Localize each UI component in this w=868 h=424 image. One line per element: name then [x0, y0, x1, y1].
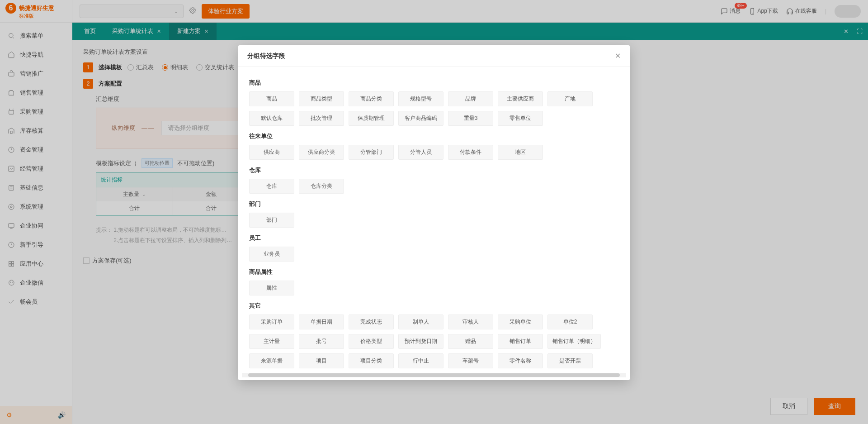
modal-body: 商品商品商品类型商品分类规格型号品牌主要供应商产地默认仓库批次管理保质期管理客户… [238, 67, 630, 371]
field-chip[interactable]: 制单人 [398, 314, 443, 329]
modal-horizontal-scrollbar[interactable] [242, 373, 626, 377]
field-chip[interactable]: 赠品 [448, 334, 493, 349]
field-chip[interactable]: 单位2 [547, 314, 593, 329]
field-group-title: 仓库 [249, 166, 619, 174]
field-chip[interactable]: 采购订单 [249, 314, 294, 329]
field-chip[interactable]: 供应商分类 [299, 145, 344, 160]
field-chip[interactable]: 客户商品编码 [398, 111, 443, 126]
field-group-modal: 分组待选字段 ✕ 商品商品商品类型商品分类规格型号品牌主要供应商产地默认仓库批次… [238, 45, 630, 380]
modal-close-icon[interactable]: ✕ [615, 52, 621, 60]
field-group-title: 其它 [249, 302, 619, 310]
field-group-title: 商品属性 [249, 268, 619, 276]
field-chip[interactable]: 商品分类 [349, 91, 394, 106]
field-chip[interactable]: 来源单据 [249, 353, 294, 368]
field-chip[interactable]: 价格类型 [349, 334, 394, 349]
field-chip[interactable]: 属性 [249, 281, 294, 295]
field-chip[interactable]: 预计到货日期 [398, 334, 443, 349]
field-group-chips: 供应商供应商分类分管部门分管人员付款条件地区 [249, 145, 619, 160]
field-group-chips: 属性 [249, 281, 619, 295]
field-chip[interactable]: 规格型号 [398, 91, 443, 106]
field-chip[interactable]: 地区 [498, 145, 543, 160]
field-chip[interactable]: 业务员 [249, 247, 294, 262]
field-chip[interactable]: 保质期管理 [349, 111, 394, 126]
field-chip[interactable]: 销售订单（明细） [547, 334, 601, 349]
field-chip[interactable]: 是否开票 [547, 353, 593, 368]
field-chip[interactable]: 批号 [299, 334, 344, 349]
field-chip[interactable]: 采购单位 [498, 314, 543, 329]
field-group-title: 往来单位 [249, 132, 619, 140]
modal-mask[interactable]: 分组待选字段 ✕ 商品商品商品类型商品分类规格型号品牌主要供应商产地默认仓库批次… [0, 0, 868, 424]
field-chip[interactable]: 项目分类 [349, 353, 394, 368]
field-chip[interactable]: 批次管理 [299, 111, 344, 126]
field-chip[interactable]: 付款条件 [448, 145, 493, 160]
modal-title: 分组待选字段 [247, 52, 285, 60]
field-chip[interactable]: 商品 [249, 91, 294, 106]
field-chip[interactable]: 主要供应商 [498, 91, 543, 106]
field-group-title: 员工 [249, 234, 619, 242]
field-chip[interactable]: 品牌 [448, 91, 493, 106]
field-group-chips: 仓库仓库分类 [249, 179, 619, 194]
field-chip[interactable]: 销售订单 [498, 334, 543, 349]
field-chip[interactable]: 默认仓库 [249, 111, 294, 126]
field-group-chips: 采购订单单据日期完成状态制单人审核人采购单位单位2主计量批号价格类型预计到货日期… [249, 314, 619, 368]
field-group-title: 部门 [249, 200, 619, 208]
field-chip[interactable]: 行中止 [398, 353, 443, 368]
modal-header: 分组待选字段 ✕ [238, 45, 630, 67]
field-chip[interactable]: 重量3 [448, 111, 493, 126]
field-group-chips: 业务员 [249, 247, 619, 262]
field-chip[interactable]: 商品类型 [299, 91, 344, 106]
field-chip[interactable]: 审核人 [448, 314, 493, 329]
field-chip[interactable]: 分管部门 [349, 145, 394, 160]
field-group-chips: 商品商品类型商品分类规格型号品牌主要供应商产地默认仓库批次管理保质期管理客户商品… [249, 91, 619, 126]
field-chip[interactable]: 主计量 [249, 334, 294, 349]
field-chip[interactable]: 零件名称 [498, 353, 543, 368]
field-chip[interactable]: 供应商 [249, 145, 294, 160]
field-group-chips: 部门 [249, 213, 619, 228]
field-chip[interactable]: 车架号 [448, 353, 493, 368]
field-chip[interactable]: 产地 [547, 91, 593, 106]
field-chip[interactable]: 单据日期 [299, 314, 344, 329]
field-chip[interactable]: 零售单位 [498, 111, 543, 126]
field-chip[interactable]: 项目 [299, 353, 344, 368]
field-chip[interactable]: 部门 [249, 213, 294, 228]
field-chip[interactable]: 分管人员 [398, 145, 443, 160]
field-chip[interactable]: 仓库 [249, 179, 294, 194]
field-chip[interactable]: 仓库分类 [299, 179, 344, 194]
field-chip[interactable]: 完成状态 [349, 314, 394, 329]
field-group-title: 商品 [249, 79, 619, 87]
